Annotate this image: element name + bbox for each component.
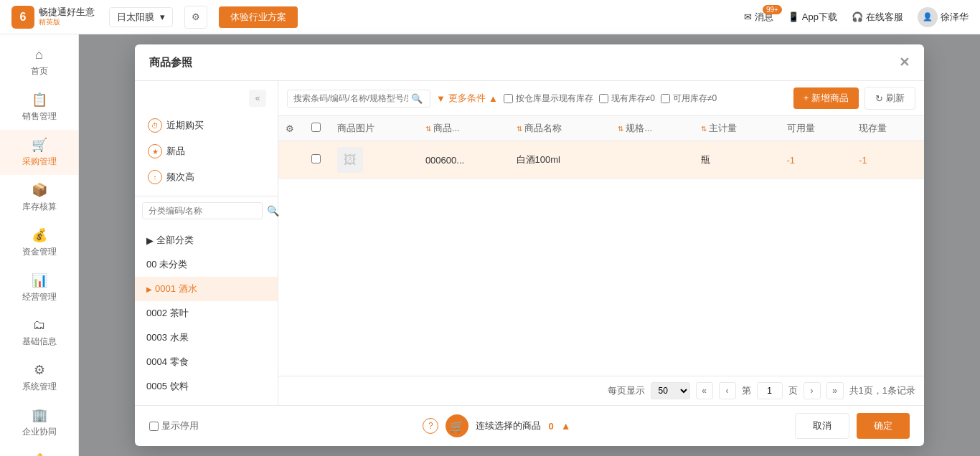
- brand-info: 畅捷通好生意 精英版: [39, 6, 95, 28]
- cat-label: 00 未分类: [146, 258, 187, 271]
- col-usable[interactable]: 可用量: [780, 116, 852, 141]
- filter-bar: 🔍 ▼ 更多条件 ▲ 按仓库显示现有库存: [278, 81, 924, 116]
- collapse-panel-button[interactable]: «: [249, 90, 266, 107]
- cat-label: 全部分类: [156, 234, 194, 247]
- new-product-button[interactable]: + 新增商品: [793, 87, 859, 109]
- category-search-icon[interactable]: 🔍: [267, 205, 279, 217]
- cat-label: 0002 茶叶: [146, 307, 189, 320]
- stock-nonzero-input[interactable]: [599, 94, 608, 103]
- sidebar-item-purchase[interactable]: 🛒 采购管理: [0, 130, 78, 175]
- experience-button[interactable]: 体验行业方案: [219, 6, 298, 28]
- sidebar-item-enterprise[interactable]: 🏢 企业协同: [0, 400, 78, 445]
- cat-item-0002[interactable]: 0002 茶叶: [135, 301, 278, 326]
- filter-icon: ▼: [436, 93, 446, 104]
- stock-nonzero-checkbox[interactable]: 现有库存≠0: [599, 92, 655, 105]
- col-name[interactable]: ⇅ 商品名称: [509, 116, 611, 141]
- col-code[interactable]: ⇅ 商品...: [418, 116, 509, 141]
- col-spec[interactable]: ⇅ 规格...: [611, 116, 694, 141]
- category-list: ▶ 全部分类 00 未分类 ▶ 0001 酒水 0002 茶: [135, 225, 278, 405]
- cat-item-0003[interactable]: 0003 水果: [135, 326, 278, 350]
- messages-button[interactable]: ✉ 消息 99+: [744, 11, 773, 24]
- product-table: ⚙ 商品图片: [278, 116, 924, 179]
- settings-button[interactable]: ⚙: [184, 6, 207, 29]
- message-icon: ✉: [744, 11, 752, 22]
- row-select-checkbox[interactable]: [311, 154, 321, 163]
- row-usable: -1: [780, 141, 852, 179]
- quick-recent[interactable]: ⏱ 近期购买: [141, 113, 272, 138]
- sidebar-item-guide[interactable]: 🔔 新手引导: [0, 445, 78, 456]
- confirm-button[interactable]: 确定: [857, 413, 910, 439]
- sidebar-item-label: 企业协同: [22, 426, 57, 438]
- cat-label: 0005 饮料: [146, 380, 189, 393]
- sidebar-item-basic[interactable]: 🗂 基础信息: [0, 310, 78, 355]
- last-page-button[interactable]: »: [826, 382, 844, 399]
- quick-new[interactable]: ★ 新品: [141, 138, 272, 164]
- inventory-icon: 📦: [32, 182, 47, 198]
- cat-item-00[interactable]: 00 未分类: [135, 252, 278, 277]
- col-unit[interactable]: ⇅ 主计量: [694, 116, 779, 141]
- sidebar: ⌂ 首页 📋 销售管理 🛒 采购管理 📦 库存核算 💰 资金管理 📊 经营管理 …: [0, 34, 79, 456]
- sidebar-item-sales[interactable]: 📋 销售管理: [0, 85, 78, 130]
- select-all-checkbox[interactable]: [311, 123, 321, 132]
- chevron-down-icon: ▾: [160, 11, 165, 22]
- cat-item-0008[interactable]: 0008 水: [135, 399, 278, 405]
- cat-item-all[interactable]: ▶ 全部分类: [135, 228, 278, 252]
- first-page-button[interactable]: «: [696, 382, 713, 399]
- product-search-icon[interactable]: 🔍: [411, 93, 423, 104]
- usable-nonzero-input[interactable]: [661, 94, 670, 103]
- warehouse-display-checkbox[interactable]: 按仓库显示现有库存: [504, 92, 593, 105]
- col-stock[interactable]: 现存量: [852, 116, 924, 141]
- selected-count: 0: [548, 421, 553, 432]
- refresh-button[interactable]: ↻ 刷新: [864, 87, 915, 110]
- product-search-input[interactable]: [293, 93, 408, 103]
- modal-close-button[interactable]: ✕: [899, 54, 910, 70]
- recent-icon: ⏱: [148, 118, 162, 133]
- more-conditions-button[interactable]: ▼ 更多条件 ▲: [436, 92, 498, 105]
- display-disabled-input[interactable]: [149, 422, 159, 431]
- next-page-button[interactable]: ›: [804, 382, 821, 399]
- sidebar-item-system[interactable]: ⚙ 系统管理: [0, 355, 78, 400]
- cat-item-0005[interactable]: 0005 饮料: [135, 374, 278, 399]
- per-page-select[interactable]: 50 100 200: [651, 382, 690, 399]
- quick-frequent[interactable]: ↑ 频次高: [141, 164, 272, 190]
- cat-label: 0004 零食: [146, 356, 189, 369]
- prev-page-button[interactable]: ‹: [719, 382, 736, 399]
- sort-icon: ⇅: [701, 125, 707, 133]
- selected-label: 连续选择的商品: [476, 419, 541, 432]
- sidebar-item-inventory[interactable]: 📦 库存核算: [0, 175, 78, 220]
- col-settings[interactable]: ⚙: [278, 116, 304, 141]
- category-search-input[interactable]: [142, 202, 263, 219]
- table-row[interactable]: 🖼 000600... 白酒100ml 瓶 -1 -1: [278, 141, 924, 179]
- sidebar-item-label: 经营管理: [22, 291, 57, 303]
- col-image: 商品图片: [330, 116, 418, 141]
- page-number-input[interactable]: [757, 382, 783, 399]
- quick-filters: « ⏱ 近期购买 ★ 新品 ↑: [135, 81, 278, 196]
- online-service-button[interactable]: 🎧 在线客服: [852, 11, 903, 24]
- warehouse-display-input[interactable]: [504, 94, 513, 103]
- product-reference-modal: 商品参照 ✕ « ⏱ 近期购买: [135, 44, 924, 446]
- home-icon: ⌂: [35, 47, 43, 62]
- sidebar-item-finance[interactable]: 💰 资金管理: [0, 220, 78, 265]
- left-panel: « ⏱ 近期购买 ★ 新品 ↑: [135, 81, 278, 405]
- sidebar-item-operation[interactable]: 📊 经营管理: [0, 265, 78, 310]
- cart-button[interactable]: 🛒: [446, 414, 468, 437]
- modal-title: 商品参照: [149, 56, 192, 70]
- product-image: 🖼: [337, 147, 363, 173]
- usable-nonzero-checkbox[interactable]: 可用库存≠0: [661, 92, 717, 105]
- nav-selector[interactable]: 日太阳膜 ▾: [109, 7, 173, 27]
- cat-item-0001[interactable]: ▶ 0001 酒水: [135, 277, 278, 301]
- sidebar-item-home[interactable]: ⌂ 首页: [0, 40, 78, 85]
- row-checkbox[interactable]: [304, 141, 330, 179]
- app-download-button[interactable]: 📱 App下载: [788, 11, 837, 24]
- finance-icon: 💰: [32, 227, 47, 243]
- help-button[interactable]: ?: [423, 418, 438, 434]
- sort-icon: ⇅: [425, 125, 431, 133]
- pagination-bar: 每页显示 50 100 200 « ‹ 第 页 ›: [278, 376, 924, 405]
- footer-right: 取消 确定: [795, 413, 910, 439]
- user-profile[interactable]: 👤 徐泽华: [918, 7, 969, 27]
- cancel-button[interactable]: 取消: [795, 413, 849, 439]
- cat-item-0004[interactable]: 0004 零食: [135, 350, 278, 374]
- purchase-icon: 🛒: [32, 137, 47, 153]
- display-disabled-checkbox[interactable]: 显示停用: [149, 419, 199, 432]
- footer-collapse-icon[interactable]: ▲: [561, 420, 571, 432]
